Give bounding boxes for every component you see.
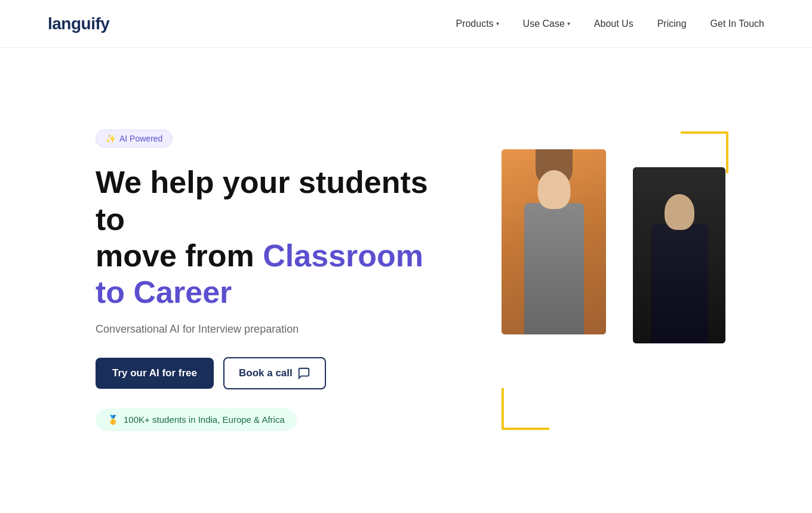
corner-bracket-bottom	[502, 388, 549, 430]
hair	[536, 149, 573, 182]
nav-pricing[interactable]: Pricing	[657, 19, 687, 29]
chat-icon	[297, 367, 310, 380]
book-call-button[interactable]: Book a call	[223, 357, 326, 389]
site-header: languify Products ▾ Use Case ▾ About Us …	[0, 0, 812, 48]
person-female-figure	[502, 149, 606, 334]
photo-female	[502, 149, 606, 334]
image-frame	[502, 131, 728, 430]
person-male-figure	[633, 167, 725, 343]
medal-icon: 🥇	[107, 414, 119, 425]
nav-about[interactable]: About Us	[594, 19, 633, 29]
nav-use-case[interactable]: Use Case ▾	[523, 19, 570, 29]
hero-images	[502, 131, 728, 430]
chevron-down-icon: ▾	[496, 20, 499, 27]
ai-badge: ✨ AI Powered	[96, 130, 173, 148]
cta-buttons: Try our AI for free Book a call	[96, 357, 454, 389]
students-text: 100K+ students in India, Europe & Africa	[124, 414, 285, 425]
nav-products[interactable]: Products ▾	[456, 19, 499, 29]
photo-male	[633, 167, 725, 343]
badge-label: AI Powered	[119, 134, 162, 143]
corner-bracket-top	[681, 131, 728, 173]
hero-content: ✨ AI Powered We help your students to mo…	[96, 130, 454, 431]
sparkle-icon: ✨	[106, 134, 116, 143]
logo[interactable]: languify	[48, 14, 109, 33]
nav-get-in-touch[interactable]: Get In Touch	[710, 19, 764, 29]
chevron-down-icon: ▾	[567, 20, 570, 27]
hero-section: ✨ AI Powered We help your students to mo…	[0, 48, 812, 513]
students-badge: 🥇 100K+ students in India, Europe & Afri…	[96, 408, 297, 431]
hero-heading: We help your students to move from Class…	[96, 164, 454, 311]
try-ai-button[interactable]: Try our AI for free	[96, 358, 214, 389]
hero-subtext: Conversational AI for Interview preparat…	[96, 323, 454, 336]
main-nav: Products ▾ Use Case ▾ About Us Pricing G…	[456, 19, 764, 29]
